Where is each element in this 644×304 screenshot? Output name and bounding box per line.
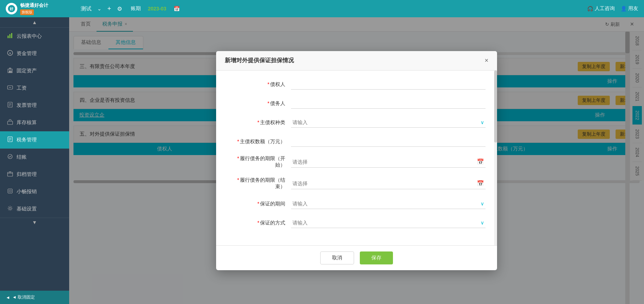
arrow-left-icon: ◄ — [6, 295, 10, 300]
help-button[interactable]: 🎧 人工咨询 — [587, 5, 615, 12]
sidebar-item-guding[interactable]: 固定资产 — [0, 62, 69, 80]
period-end-date[interactable]: 📅 — [291, 178, 486, 189]
guarantee-method-input[interactable] — [292, 220, 480, 226]
company-name[interactable]: 测试 — [81, 5, 91, 12]
archive-icon — [7, 171, 13, 178]
guarantee-method-label: *保证的方式 — [228, 220, 285, 226]
modal-overlay: 新增对外提供保证担保情况 × *债权人 *债务人 — [69, 17, 644, 304]
sidebar: ▲ 云报表中心 ¥ 资金管理 固定资产 工资 — [0, 17, 69, 304]
svg-rect-17 — [8, 121, 13, 124]
form-row-debtor: *债务人 — [228, 98, 486, 109]
modal-close-button[interactable]: × — [484, 57, 488, 64]
top-actions: 🎧 人工咨询 👤 用友 — [587, 5, 638, 12]
cancel-fixed-button[interactable]: ◄ ◄ 取消固定 — [0, 291, 69, 304]
modal-scrollbar[interactable] — [494, 71, 497, 245]
logo-title: 畅捷通好会计 — [20, 2, 48, 9]
modal-title: 新增对外提供保证担保情况 — [225, 57, 294, 64]
guarantee-period-select[interactable]: ∨ — [291, 199, 486, 209]
svg-rect-8 — [9, 71, 10, 73]
sidebar-item-zijin[interactable]: ¥ 资金管理 — [0, 45, 69, 62]
guarantee-period-input[interactable] — [292, 201, 480, 207]
form-row-claim-type: *主债权种类 ∨ — [228, 117, 486, 128]
sidebar-scroll-down[interactable]: ▼ — [0, 218, 69, 227]
main-layout: ▲ 云报表中心 ¥ 资金管理 固定资产 工资 — [0, 17, 644, 304]
inventory-icon — [7, 119, 13, 126]
svg-rect-9 — [10, 71, 12, 73]
sidebar-item-baoxiao[interactable]: 小畅报销 — [0, 183, 69, 200]
svg-point-27 — [9, 190, 11, 192]
svg-point-28 — [9, 207, 11, 209]
tax-icon — [7, 136, 13, 144]
claim-type-chevron[interactable]: ∨ — [480, 119, 484, 125]
sidebar-item-kucun[interactable]: 库存核算 — [0, 114, 69, 131]
svg-rect-4 — [11, 33, 12, 38]
save-button[interactable]: 保存 — [360, 251, 393, 264]
user-button[interactable]: 👤 用友 — [621, 5, 638, 12]
sidebar-item-jichushezhi[interactable]: 基础设置 — [0, 200, 69, 218]
period-start-input[interactable] — [292, 159, 477, 165]
period-start-calendar-icon[interactable]: 📅 — [477, 158, 484, 165]
calendar-icon[interactable]: 📅 — [174, 6, 180, 12]
checkbook-icon — [7, 154, 13, 161]
debtor-label: *债务人 — [228, 100, 285, 107]
money-icon: ¥ — [7, 50, 13, 57]
svg-rect-3 — [9, 34, 10, 38]
modal-scrollbar-thumb — [494, 71, 497, 142]
svg-rect-26 — [8, 189, 12, 193]
sidebar-item-yunbiao[interactable]: 云报表中心 — [0, 28, 69, 45]
period-start-date[interactable]: 📅 — [291, 156, 486, 168]
cancel-button[interactable]: 取消 — [320, 251, 354, 264]
svg-text:好: 好 — [9, 7, 14, 11]
svg-text:¥: ¥ — [9, 51, 11, 55]
creditor-label: *债权人 — [228, 81, 285, 88]
modal-header: 新增对外提供保证担保情况 × — [216, 51, 497, 71]
settings-icon[interactable]: ⚙ — [117, 5, 122, 12]
gear-icon — [7, 205, 13, 213]
modal-body: *债权人 *债务人 *主债权种类 — [216, 71, 497, 245]
creditor-input[interactable] — [291, 79, 486, 90]
claim-type-select[interactable]: ∨ — [291, 117, 486, 128]
svg-rect-23 — [8, 172, 13, 176]
form-row-period-end: *履行债务的期限（结束） 📅 — [228, 177, 486, 190]
claim-type-label: *主债权种类 — [228, 119, 285, 126]
logo-area: 好 畅捷通好会计 旗舰版 — [6, 2, 75, 15]
period-value[interactable]: 2023-03 — [148, 6, 166, 12]
period-end-calendar-icon[interactable]: 📅 — [477, 180, 484, 187]
form-row-guarantee-method: *保证的方式 ∨ — [228, 218, 486, 228]
svg-rect-25 — [9, 172, 11, 172]
building-icon — [7, 67, 13, 74]
form-row-claim-amount: *主债权数额（万元） — [228, 136, 486, 147]
guarantee-method-chevron[interactable]: ∨ — [480, 220, 484, 226]
add-icon[interactable]: + — [107, 5, 111, 13]
claim-type-input[interactable] — [292, 119, 480, 125]
guarantee-period-chevron[interactable]: ∨ — [480, 201, 484, 207]
headset-icon: 🎧 — [587, 6, 593, 12]
logo-sub: 旗舰版 — [20, 9, 34, 15]
logo-icon: 好 — [6, 3, 17, 14]
sidebar-item-fapiao[interactable]: 发票管理 — [0, 97, 69, 114]
top-nav: 测试 ⌄ + ⚙ 账期 2023-03 📅 — [75, 5, 587, 13]
sidebar-item-gongzi[interactable]: 工资 — [0, 80, 69, 97]
expense-icon — [7, 188, 13, 195]
modal-dialog: 新增对外提供保证担保情况 × *债权人 *债务人 — [216, 51, 497, 270]
sidebar-item-shuiwu[interactable]: 税务管理 — [0, 131, 69, 149]
wage-icon — [7, 85, 13, 92]
svg-rect-2 — [8, 36, 9, 38]
period-start-label: *履行债务的期限（开始） — [228, 155, 285, 168]
form-row-guarantee-period: *保证的期间 ∨ — [228, 199, 486, 209]
debtor-input[interactable] — [291, 98, 486, 109]
form-row-period-start: *履行债务的期限（开始） 📅 — [228, 155, 486, 168]
period-end-label: *履行债务的期限（结束） — [228, 177, 285, 190]
content-area: 首页 税务申报 × ↻ 刷新 × 基础信息 — [69, 17, 644, 304]
period-end-input[interactable] — [292, 181, 477, 186]
sidebar-item-guidang[interactable]: 归档管理 — [0, 166, 69, 183]
chevron-down-icon[interactable]: ⌄ — [97, 6, 102, 12]
user-icon: 👤 — [621, 6, 627, 12]
guarantee-period-label: *保证的期间 — [228, 201, 285, 207]
svg-rect-10 — [9, 68, 11, 69]
claim-amount-input[interactable] — [291, 136, 486, 147]
guarantee-method-select[interactable]: ∨ — [291, 218, 486, 228]
sidebar-item-jiezhang[interactable]: 结账 — [0, 149, 69, 166]
modal-footer: 取消 保存 — [216, 245, 497, 270]
sidebar-scroll-up[interactable]: ▲ — [0, 17, 69, 28]
